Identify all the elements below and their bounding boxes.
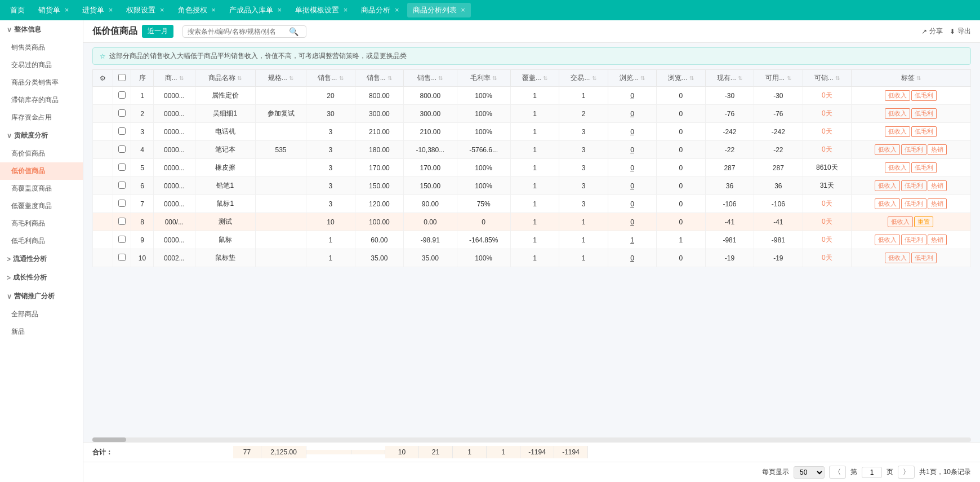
nav-sales-close[interactable]: × — [65, 6, 69, 14]
nav-warehouse-close[interactable]: × — [278, 6, 282, 14]
next-page-button[interactable]: 〉 — [898, 466, 915, 479]
view1-link[interactable]: 1 — [630, 236, 634, 244]
cell-view1[interactable]: 0 — [608, 159, 656, 177]
nav-purchase-close[interactable]: × — [109, 6, 113, 14]
row-checkbox[interactable] — [118, 163, 126, 171]
nav-template-close[interactable]: × — [344, 6, 348, 14]
nav-warehouse[interactable]: 产成品入库单 × — [224, 3, 287, 17]
view1-link[interactable]: 0 — [630, 128, 634, 136]
row-checkbox[interactable] — [118, 91, 126, 99]
scrollbar-thumb[interactable] — [92, 437, 126, 442]
cell-check[interactable] — [113, 87, 131, 105]
sidebar-item-category-rate[interactable]: 商品分类销售率 — [0, 74, 83, 91]
cell-check[interactable] — [113, 177, 131, 195]
cell-check[interactable] — [113, 249, 131, 267]
search-icon[interactable]: 🔍 — [289, 27, 299, 36]
cell-check[interactable] — [113, 231, 131, 249]
sidebar-item-slow-goods[interactable]: 滞销库存的商品 — [0, 91, 83, 109]
table-container[interactable]: ⚙ 序 商... ⇅ 商品名称 ⇅ 规格... ⇅ 销售... ⇅ 销售... … — [83, 69, 980, 437]
cell-check[interactable] — [113, 141, 131, 159]
search-input[interactable] — [188, 28, 289, 36]
row-checkbox[interactable] — [118, 182, 126, 189]
row-checkbox[interactable] — [118, 254, 126, 261]
cell-view1[interactable]: 1 — [608, 231, 656, 249]
nav-role-close[interactable]: × — [211, 6, 216, 14]
view1-link[interactable]: 0 — [630, 92, 634, 100]
th-code[interactable]: 商... ⇅ — [154, 70, 195, 87]
cell-view1[interactable]: 0 — [608, 123, 656, 141]
view1-link[interactable]: 0 — [630, 182, 634, 190]
sidebar-item-new-goods[interactable]: 新品 — [0, 323, 83, 341]
row-checkbox[interactable] — [118, 127, 126, 135]
page-input[interactable] — [862, 467, 882, 478]
cell-check[interactable] — [113, 195, 131, 213]
row-checkbox[interactable] — [118, 200, 126, 207]
sidebar-group-marketing[interactable]: ∨营销推广分析 — [0, 287, 83, 306]
nav-analysis-list-close[interactable]: × — [461, 6, 465, 14]
sidebar-item-high-value[interactable]: 高价值商品 — [0, 145, 83, 162]
th-stock[interactable]: 现有... ⇅ — [705, 70, 754, 87]
filter-recent-month-button[interactable]: 近一月 — [142, 25, 173, 38]
sidebar-item-low-coverage[interactable]: 低覆盖度商品 — [0, 197, 83, 215]
nav-permission-close[interactable]: × — [160, 6, 164, 14]
nav-template[interactable]: 单据模板设置 × — [289, 3, 353, 17]
th-name[interactable]: 商品名称 ⇅ — [195, 70, 255, 87]
cell-check[interactable] — [113, 159, 131, 177]
cell-view1[interactable]: 0 — [608, 141, 656, 159]
prev-page-button[interactable]: 〈 — [829, 466, 846, 479]
select-all-checkbox[interactable] — [118, 74, 126, 81]
sidebar-group-contribution[interactable]: ∨贡献度分析 — [0, 126, 83, 145]
th-available[interactable]: 可用... ⇅ — [754, 70, 803, 87]
sidebar-item-sales-goods[interactable]: 销售类商品 — [0, 39, 83, 56]
sidebar-item-low-margin[interactable]: 低毛利商品 — [0, 232, 83, 250]
cell-view1[interactable]: 0 — [608, 213, 656, 231]
cell-check[interactable] — [113, 213, 131, 231]
cell-check[interactable] — [113, 105, 131, 123]
cell-view1[interactable]: 0 — [608, 195, 656, 213]
view1-link[interactable]: 0 — [630, 164, 634, 172]
nav-analysis[interactable]: 商品分析 × — [355, 3, 404, 17]
nav-role[interactable]: 角色授权 × — [172, 3, 221, 17]
horizontal-scrollbar[interactable] — [92, 437, 971, 442]
cell-view1[interactable]: 0 — [608, 87, 656, 105]
row-checkbox[interactable] — [118, 109, 126, 117]
sidebar-item-all-goods[interactable]: 全部商品 — [0, 306, 83, 323]
cell-view1[interactable]: 0 — [608, 105, 656, 123]
th-view2[interactable]: 浏览... ⇅ — [657, 70, 705, 87]
sidebar-item-low-value[interactable]: 低价值商品 — [0, 162, 83, 180]
view1-link[interactable]: 0 — [630, 200, 634, 208]
cell-view1[interactable]: 0 — [608, 177, 656, 195]
sidebar-group-growth[interactable]: >成长性分析 — [0, 268, 83, 287]
sidebar-group-overall[interactable]: ∨整体信息 — [0, 20, 83, 39]
row-checkbox[interactable] — [118, 236, 126, 243]
view1-link[interactable]: 0 — [630, 218, 634, 226]
cell-check[interactable] — [113, 123, 131, 141]
sidebar-item-high-margin[interactable]: 高毛利商品 — [0, 215, 83, 232]
th-sale-price[interactable]: 销售... ⇅ — [355, 70, 403, 87]
nav-purchase[interactable]: 进货单 × — [77, 3, 118, 17]
th-spec[interactable]: 规格... ⇅ — [255, 70, 306, 87]
th-sellable[interactable]: 可销... ⇅ — [803, 70, 851, 87]
sidebar-item-capital[interactable]: 库存资金占用 — [0, 109, 83, 126]
nav-permission[interactable]: 权限设置 × — [121, 3, 170, 17]
nav-analysis-list[interactable]: 商品分析列表 × — [407, 3, 471, 17]
page-size-select[interactable]: 50 100 — [794, 466, 825, 479]
view1-link[interactable]: 0 — [630, 254, 634, 262]
export-button[interactable]: ⬇ 导出 — [950, 26, 971, 36]
th-trade[interactable]: 交易... ⇅ — [559, 70, 608, 87]
cell-view1[interactable]: 0 — [608, 249, 656, 267]
sidebar-item-high-coverage[interactable]: 高覆盖度商品 — [0, 180, 83, 197]
share-button[interactable]: ↗ 分享 — [921, 26, 943, 36]
nav-home[interactable]: 首页 — [5, 3, 30, 17]
row-checkbox[interactable] — [118, 145, 126, 153]
th-gross-rate[interactable]: 毛利率 ⇅ — [457, 70, 510, 87]
sidebar-group-flow[interactable]: >流通性分析 — [0, 250, 83, 268]
view1-link[interactable]: 0 — [630, 110, 634, 118]
th-tags[interactable]: 标签 ⇅ — [852, 70, 971, 87]
th-gear[interactable]: ⚙ — [93, 70, 113, 87]
row-checkbox[interactable] — [118, 218, 126, 225]
view1-link[interactable]: 0 — [630, 146, 634, 154]
th-check[interactable] — [113, 70, 131, 87]
nav-sales[interactable]: 销货单 × — [33, 3, 74, 17]
sidebar-item-traded-goods[interactable]: 交易过的商品 — [0, 56, 83, 74]
